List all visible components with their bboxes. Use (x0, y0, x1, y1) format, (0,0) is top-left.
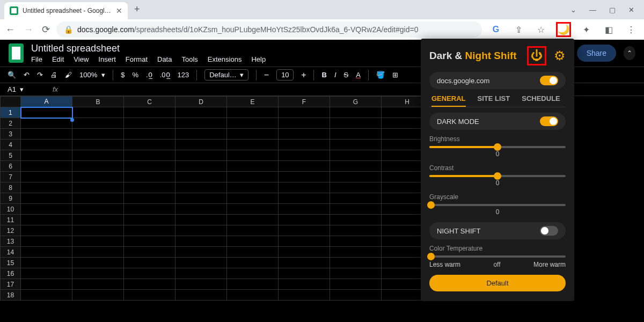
cell[interactable] (175, 247, 227, 258)
gear-icon[interactable]: ⚙ (554, 48, 566, 63)
cell[interactable] (330, 268, 382, 279)
cell[interactable] (279, 150, 330, 161)
search-icon[interactable]: 🔍 (8, 71, 16, 79)
cell[interactable] (124, 279, 175, 290)
redo-icon[interactable]: ↷ (37, 71, 43, 79)
row-header[interactable]: 8 (1, 182, 21, 193)
cell[interactable] (124, 225, 175, 236)
cell[interactable] (279, 215, 330, 225)
cell[interactable] (227, 204, 279, 215)
cell[interactable] (21, 236, 72, 247)
cell[interactable] (72, 204, 124, 215)
column-header[interactable]: A (21, 97, 72, 107)
undo-icon[interactable]: ↶ (24, 71, 30, 79)
strikethrough-icon[interactable]: S (344, 71, 349, 79)
row-header[interactable]: 5 (1, 150, 21, 161)
cell[interactable] (124, 118, 175, 129)
cell[interactable] (175, 172, 227, 182)
cell[interactable] (175, 118, 227, 129)
cell[interactable] (72, 215, 124, 225)
cell[interactable] (227, 193, 279, 204)
cell[interactable] (124, 172, 175, 182)
zoom-selector[interactable]: 100%▾ (79, 71, 105, 79)
cell[interactable] (330, 172, 382, 182)
cell[interactable] (72, 182, 124, 193)
increase-decimal-icon[interactable]: .00̲ (160, 71, 170, 79)
cell[interactable] (175, 193, 227, 204)
cell[interactable] (21, 172, 72, 182)
paint-format-icon[interactable]: 🖌 (65, 71, 72, 79)
cell[interactable] (279, 279, 330, 290)
cell[interactable] (124, 182, 175, 193)
cell[interactable] (279, 140, 330, 150)
cell[interactable] (227, 140, 279, 150)
cell[interactable] (21, 161, 72, 172)
cell[interactable] (175, 225, 227, 236)
column-header[interactable]: G (330, 97, 382, 107)
selection-handle[interactable] (70, 118, 74, 122)
tab-schedule[interactable]: SCHEDULE (522, 94, 560, 107)
cell[interactable] (227, 107, 279, 118)
cell[interactable] (330, 215, 382, 225)
print-icon[interactable]: 🖨 (50, 71, 57, 79)
cell[interactable] (72, 129, 124, 140)
menu-edit[interactable]: Edit (52, 55, 64, 63)
cell[interactable] (330, 225, 382, 236)
cell[interactable] (279, 247, 330, 258)
cell[interactable] (330, 118, 382, 129)
cell[interactable] (175, 204, 227, 215)
menu-format[interactable]: Format (126, 55, 148, 63)
column-header[interactable]: E (227, 97, 279, 107)
collapse-icon[interactable]: ⌃ (624, 46, 635, 60)
cell[interactable] (175, 258, 227, 268)
cell[interactable] (330, 107, 382, 118)
cell[interactable] (175, 236, 227, 247)
cell[interactable] (21, 247, 72, 258)
cell[interactable] (21, 107, 72, 118)
text-color-icon[interactable]: A (356, 71, 361, 79)
cell[interactable] (72, 268, 124, 279)
cell[interactable] (21, 193, 72, 204)
cell[interactable] (124, 150, 175, 161)
maximize-icon[interactable]: ▢ (609, 6, 616, 14)
cell[interactable] (124, 204, 175, 215)
name-box[interactable]: A1 ▾ (4, 84, 42, 94)
reload-icon[interactable]: ⟳ (42, 24, 50, 35)
cell[interactable] (227, 258, 279, 268)
default-button[interactable]: Default (429, 275, 566, 291)
row-header[interactable]: 9 (1, 193, 21, 204)
cell[interactable] (21, 268, 72, 279)
row-header[interactable]: 1 (1, 107, 21, 118)
url-field[interactable]: 🔒 docs.google.com/spreadsheets/d/1oKZsm_… (56, 21, 482, 38)
new-tab-button[interactable]: + (134, 4, 140, 15)
menu-tools[interactable]: Tools (181, 55, 197, 63)
cell[interactable] (330, 247, 382, 258)
cell[interactable] (124, 129, 175, 140)
cell[interactable] (72, 193, 124, 204)
cell[interactable] (124, 161, 175, 172)
cell[interactable] (330, 290, 382, 301)
cell[interactable] (21, 204, 72, 215)
cell[interactable] (72, 118, 124, 129)
row-header[interactable]: 7 (1, 172, 21, 182)
cell[interactable] (124, 290, 175, 301)
back-icon[interactable]: ← (5, 24, 15, 35)
sheets-logo-icon[interactable] (9, 43, 24, 63)
column-header[interactable]: D (175, 97, 227, 107)
cell[interactable] (175, 150, 227, 161)
italic-icon[interactable]: I (334, 71, 336, 79)
cell[interactable] (330, 129, 382, 140)
tab-sitelist[interactable]: SITE LIST (478, 94, 510, 107)
cell[interactable] (175, 107, 227, 118)
cell[interactable] (330, 161, 382, 172)
borders-icon[interactable]: ⊞ (392, 71, 398, 79)
cell[interactable] (21, 118, 72, 129)
cell[interactable] (279, 107, 330, 118)
cell[interactable] (175, 290, 227, 301)
row-header[interactable]: 12 (1, 225, 21, 236)
cell[interactable] (21, 150, 72, 161)
chevron-down-icon[interactable]: ⌄ (570, 6, 576, 14)
grid-corner[interactable] (1, 97, 21, 107)
fill-color-icon[interactable]: 🪣 (376, 71, 385, 79)
cell[interactable] (21, 225, 72, 236)
